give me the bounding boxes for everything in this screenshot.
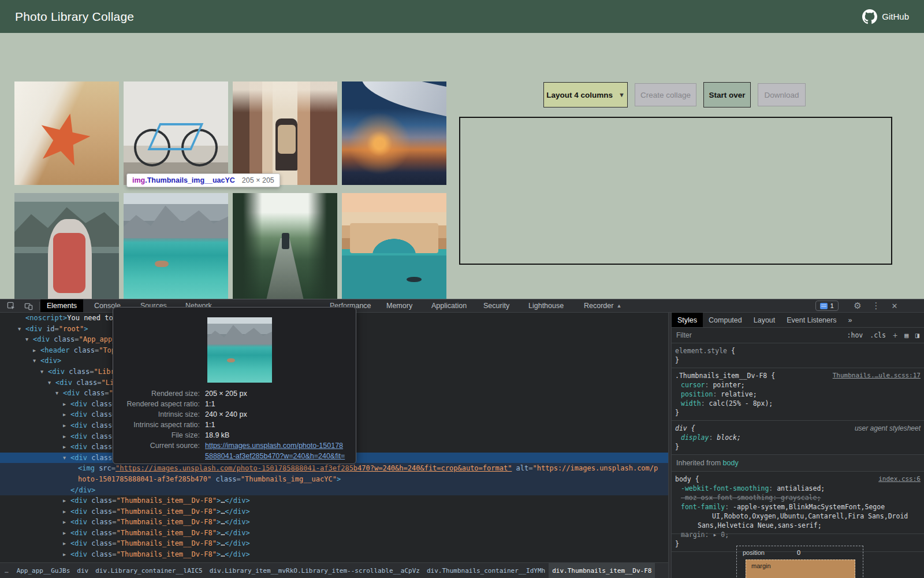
expand-arrow-closed-icon[interactable]: ▶ [63, 506, 70, 517]
expand-arrow-closed-icon[interactable]: ▶ [63, 538, 70, 549]
create-collage-button[interactable]: Create collage [635, 83, 696, 106]
expand-arrow-open-icon[interactable]: ▼ [55, 388, 63, 399]
styles-filter-input[interactable]: Filter [676, 331, 840, 339]
sidebar-tab-event-listeners[interactable]: Event Listeners [781, 313, 842, 327]
expand-arrow-closed-icon[interactable]: ▶ [63, 549, 70, 560]
issues-counter[interactable]: 1 [815, 301, 839, 311]
expand-arrow-closed-icon[interactable]: ▶ [63, 431, 70, 442]
devtools-tab-recorder[interactable]: Recorder▲ [578, 299, 628, 312]
expand-arrow-closed-icon[interactable]: ▶ [33, 345, 40, 356]
expand-arrow-open-icon[interactable]: ▼ [25, 334, 33, 345]
style-property[interactable]: Sans,Helvetica Neue,sans-serif; [672, 521, 924, 530]
style-property[interactable]: UI,Roboto,Oxygen,Ubuntu,Cantarell,Fira S… [672, 512, 924, 521]
popup-info-row: Rendered size:205 × 205 px [113, 388, 356, 399]
github-icon [862, 9, 877, 24]
gear-icon[interactable]: ⚙ [852, 301, 863, 310]
style-property[interactable]: -moz-osx-font-smoothing: grayscale; [672, 493, 924, 502]
sidebar-tab-styles[interactable]: Styles [672, 313, 703, 327]
style-rule: .Thumbnails_item__Dv-F8 {Thumbnails.…ule… [672, 368, 924, 421]
start-over-button[interactable]: Start over [703, 82, 751, 108]
kebab-menu-icon[interactable]: ⋮ [871, 301, 881, 310]
photo-suspension-bridge[interactable] [233, 193, 337, 301]
expand-arrow-open-icon[interactable]: ▼ [40, 366, 48, 377]
dom-tree-row[interactable]: ▶<div class="Thumbnails_item__Dv-F8">…</… [0, 495, 668, 506]
dom-tree-row[interactable]: ▶<div class="Thumbnails_item__Dv-F8">…</… [0, 538, 668, 549]
rule-selector[interactable]: body { [675, 475, 699, 484]
breadcrumb-overflow[interactable]: … [0, 567, 13, 575]
layout-select[interactable]: Layout 4 columns ▼ [543, 82, 628, 108]
tooltip-tag: img [132, 176, 145, 184]
photo-backpacker-in-alley[interactable] [233, 81, 337, 185]
dom-tree-row[interactable]: ▶<div class="Thumbnails_item__Dv-F8">…</… [0, 506, 668, 517]
style-property[interactable]: display: block; [672, 433, 924, 442]
dom-tree-row[interactable]: hoto-1501785888041-af3ef285b470" class="… [0, 474, 668, 485]
style-property[interactable]: cursor: pointer; [672, 380, 924, 390]
sidebar-tabs: StylesComputedLayoutEvent Listeners» [672, 313, 924, 328]
expand-arrow-closed-icon[interactable]: ▶ [63, 409, 70, 420]
expand-arrow-closed-icon[interactable]: ▶ [63, 495, 70, 506]
stylesheet-link[interactable]: user agent stylesheet [855, 424, 921, 433]
photo-hiker-at-lake[interactable] [14, 193, 119, 301]
photo-mountain-lake-boats[interactable] [124, 193, 228, 301]
expand-arrow-closed-icon[interactable]: ▶ [63, 399, 70, 410]
expand-arrow-open-icon[interactable]: ▼ [33, 355, 40, 366]
breadcrumb-item[interactable]: div.Library_container__lAIC5 [92, 563, 206, 578]
stylesheet-link[interactable]: index.css:6 [878, 475, 921, 484]
photo-venice-rialto[interactable] [342, 193, 446, 301]
style-property[interactable]: width: calc(25% - 8px); [672, 399, 924, 408]
github-link[interactable]: GitHub [862, 9, 909, 24]
sidebar-tab-layout[interactable]: Layout [748, 313, 781, 327]
devtools-tab-security[interactable]: Security [477, 299, 516, 312]
dom-tree-row[interactable]: <img src="https://images.unsplash.com/ph… [0, 463, 668, 474]
expand-arrow-open-icon[interactable]: ▼ [48, 377, 55, 388]
box-model-margin[interactable]: margin [746, 560, 855, 578]
breadcrumb-item[interactable]: div [73, 563, 92, 578]
device-toolbar-icon[interactable] [23, 301, 33, 310]
breadcrumb-item[interactable]: App_app__GuJBs [13, 563, 74, 578]
expand-arrow-closed-icon[interactable]: ▶ [63, 442, 70, 453]
paint-icon[interactable]: ▤ [904, 331, 908, 339]
devtools-tab-application[interactable]: Application [425, 299, 473, 312]
download-button[interactable]: Download [758, 83, 806, 106]
stylesheet-link[interactable]: Thumbnails.…ule.scss:17 [833, 371, 921, 380]
position-label: position [743, 549, 765, 556]
dom-tree-row[interactable]: ▶<div class="Thumbnails_item__Dv-F8">…</… [0, 517, 668, 528]
sidebar-toggle-icon[interactable]: ◨ [915, 331, 919, 339]
image-source-link[interactable]: https://images.unsplash.com/photo-150178… [205, 440, 345, 464]
expand-arrow-closed-icon[interactable]: ▶ [63, 420, 70, 431]
photo-starfish-on-beach[interactable] [14, 81, 119, 185]
breadcrumb-item[interactable]: div.Thumbnails_item__Dv-F8 [549, 563, 655, 578]
class-toggle[interactable]: .cls [870, 331, 886, 339]
sidebar-tab-computed[interactable]: Computed [703, 313, 748, 327]
style-property[interactable]: position: relative; [672, 390, 924, 399]
new-rule-icon[interactable]: + [893, 331, 897, 340]
expand-arrow-open-icon[interactable]: ▼ [18, 324, 25, 335]
photo-airplane-wing-sunset[interactable] [342, 81, 446, 185]
expand-arrow-closed-icon[interactable]: ▶ [63, 517, 70, 528]
rule-selector[interactable]: .Thumbnails_item__Dv-F8 { [675, 371, 775, 380]
expand-arrow-closed-icon[interactable]: ▶ [63, 528, 70, 539]
photo-blue-bicycle[interactable] [124, 81, 228, 185]
hover-toggle[interactable]: :hov [847, 331, 863, 339]
popup-info-row: Intrinsic aspect ratio:1:1 [113, 420, 356, 430]
inspect-element-icon[interactable] [6, 301, 16, 310]
close-icon[interactable]: ✕ [889, 301, 900, 310]
style-property[interactable]: font-family: -apple-system,BlinkMacSyste… [672, 502, 924, 512]
breadcrumb-item[interactable]: div.Library_item__mvRkO.Library_item--sc… [206, 563, 423, 578]
dom-tree-row[interactable]: </div> [0, 485, 668, 496]
devtools-tab-memory[interactable]: Memory [380, 299, 419, 312]
rule-selector[interactable]: element.style { [675, 346, 735, 355]
breadcrumb-item[interactable]: div.Thumbnails_container__IdYMh [423, 563, 549, 578]
sidebar-tab-»[interactable]: » [842, 313, 858, 327]
dom-tree-row[interactable]: ▶<div class="Thumbnails_item__Dv-F8">…</… [0, 528, 668, 539]
box-model-position[interactable]: position 0 margin [736, 546, 863, 578]
dom-tree-row[interactable]: ▶<div class="Thumbnails_item__Dv-F8">…</… [0, 549, 668, 560]
rule-selector[interactable]: div { [675, 424, 695, 433]
devtools-tab-lighthouse[interactable]: Lighthouse [522, 299, 570, 312]
collage-drop-area[interactable] [459, 117, 892, 265]
photo-library-stage: img.Thumbnails_img__uacYC 205 × 205 Layo… [0, 33, 924, 299]
margin-label: margin [751, 562, 771, 569]
expand-arrow-open-icon[interactable]: ▼ [63, 453, 70, 464]
devtools-tab-elements[interactable]: Elements [40, 299, 83, 312]
style-property[interactable]: -webkit-font-smoothing: antialiased; [672, 484, 924, 493]
